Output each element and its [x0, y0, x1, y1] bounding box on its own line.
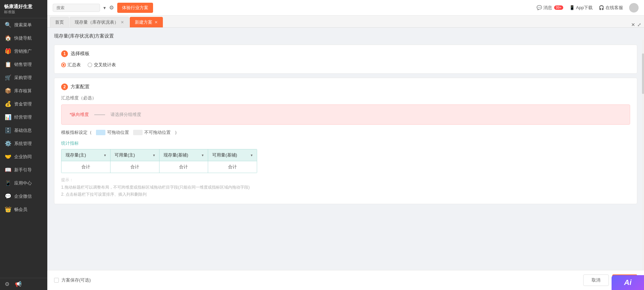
tab-close-all-icon[interactable]: ✕ [631, 22, 635, 27]
tab-home-label: 首页 [55, 19, 64, 25]
online-service-item[interactable]: 🎧 在线客服 [599, 5, 623, 11]
col-available-aux-label: 可用量(基辅) [212, 152, 237, 158]
radio-summary[interactable]: 汇总表 [61, 62, 81, 68]
message-badge: 99+ [554, 5, 563, 10]
ai-badge[interactable]: Ai [612, 275, 644, 290]
database-icon: 🗄️ [5, 127, 11, 134]
sidebar-item-new-guide[interactable]: 📖 新手引导 [0, 163, 47, 176]
radio-summary-label: 汇总表 [68, 62, 81, 68]
col-available-aux: 可用量(基辅) ▾ [208, 149, 257, 161]
cell-inventory-aux: 合计 [159, 161, 208, 173]
tab-inventory-close[interactable]: ✕ [121, 20, 124, 25]
avatar[interactable] [629, 3, 639, 13]
sales-icon: 📋 [5, 61, 11, 68]
sidebar-item-sales[interactable]: 📋 销售管理 [0, 58, 47, 71]
col-inventory-aux-label: 现存量(基辅) [164, 152, 189, 158]
col-available-main-arrow[interactable]: ▾ [153, 153, 155, 158]
dim-placeholder: 请选择分组维度 [110, 112, 141, 118]
col-inventory-main-arrow[interactable]: ▾ [104, 153, 106, 158]
indicator-row: 模板指标设定（ 可拖动位置 不可拖动位置 ） [61, 129, 630, 136]
settings-icon[interactable]: ⚙ [5, 281, 9, 287]
ai-label: Ai [624, 278, 631, 287]
radio-cross-label: 交叉统计表 [94, 62, 116, 68]
step2-section: 2 方案配置 汇总维度（必选） *纵向维度 —— 请选择分组维度 模板指标设定（… [54, 78, 637, 204]
template-radio-group: 汇总表 交叉统计表 [61, 62, 630, 68]
money-icon: 💰 [5, 101, 11, 107]
sidebar-nav: 🔍 搜索菜单 🏠 快捷导航 🎁 营销推广 📋 销售管理 🛒 采购管理 📦 库存核… [0, 18, 47, 278]
radio-cross[interactable]: 交叉统计表 [88, 62, 116, 68]
topbar-dropdown-arrow[interactable]: ▾ [103, 5, 106, 10]
tab-home[interactable]: 首页 [50, 17, 69, 27]
sidebar-item-label: 应用中心 [14, 180, 32, 186]
tab-inventory-label: 现存量（库存状况表） [75, 19, 119, 25]
sidebar-item-member[interactable]: 👑 畅会员 [0, 203, 47, 216]
page-title: 现存量(库存状况表)方案设置 [54, 33, 637, 39]
tip-item-1: 1.拖动标题栏可以调整布局，不可跨维度或指标区域拖动栏目字段(只能在同一维度或指… [61, 184, 630, 191]
stats-header: 现存量(主) ▾ 可用量(主) ▾ 现存量(基辅) ▾ 可用量(基辅) [61, 149, 257, 161]
main-area: ▾ ⚙ 体验行业方案 💬 消息 99+ 📱 App下载 🎧 在线客服 首页 [47, 0, 644, 290]
col-available-main: 可用量(主) ▾ [110, 149, 159, 161]
sidebar-item-marketing[interactable]: 🎁 营销推广 [0, 45, 47, 58]
step1-section: 1 选择模板 汇总表 交叉统计表 [54, 45, 637, 74]
sidebar-item-search-menu[interactable]: 🔍 搜索菜单 [0, 18, 47, 31]
dim-label: *纵向维度 [70, 112, 89, 118]
tabbar: 首页 现存量（库存状况表） ✕ 新建方案 ✕ ✕ ⤢ [47, 16, 644, 28]
tab-new-scheme[interactable]: 新建方案 ✕ [130, 17, 163, 27]
step2-label: 2 方案配置 [61, 83, 630, 90]
bottom-bar: 方案保存(可选) 取消 查询 [47, 270, 644, 290]
sidebar-item-label: 营销推广 [14, 48, 32, 54]
message-icon: 💬 [537, 5, 542, 10]
indicator-label: 模板指标设定（ [61, 129, 92, 136]
sidebar-item-app-center[interactable]: 📱 应用中心 [0, 176, 47, 190]
sidebar-item-operations[interactable]: 📊 经营管理 [0, 111, 47, 124]
radio-summary-circle [61, 63, 66, 67]
sidebar-item-cooperation[interactable]: 🤝 企业协同 [0, 150, 47, 163]
trial-button[interactable]: 体验行业方案 [117, 3, 153, 13]
tip-item-2: 2. 点击标题栏下拉可设置排序、插入列和删除列 [61, 191, 630, 198]
message-item[interactable]: 💬 消息 99+ [537, 5, 563, 11]
content-area: 现存量(库存状况表)方案设置 1 选择模板 汇总表 交叉统计表 2 [47, 28, 644, 270]
col-available-aux-arrow[interactable]: ▾ [251, 153, 253, 158]
sidebar-item-system[interactable]: ⚙️ 系统管理 [0, 137, 47, 150]
sidebar-item-label: 系统管理 [14, 141, 32, 147]
topbar-search-input[interactable] [53, 4, 100, 12]
col-inventory-aux-arrow[interactable]: ▾ [202, 153, 204, 158]
stats-body: 合计 合计 合计 合计 [61, 161, 257, 173]
step1-title: 选择模板 [71, 51, 90, 57]
sidebar-item-label: 经营管理 [14, 114, 32, 120]
tab-expand-icon[interactable]: ⤢ [637, 22, 641, 27]
save-checkbox[interactable] [54, 278, 59, 283]
sidebar-item-finance[interactable]: 💰 资金管理 [0, 97, 47, 111]
speaker-icon[interactable]: 📢 [15, 281, 22, 287]
step2-title: 方案配置 [71, 84, 90, 90]
movable-tag: 可拖动位置 [96, 129, 129, 136]
app-logo: 畅康通好生意 标准版 [0, 0, 47, 18]
radio-cross-circle [88, 63, 92, 67]
sidebar-item-purchase[interactable]: 🛒 采购管理 [0, 71, 47, 84]
scrollbar-thumb[interactable] [642, 53, 644, 94]
chart-icon: 📊 [5, 114, 11, 120]
sidebar-item-label: 库存核算 [14, 88, 32, 94]
sidebar-item-wechat[interactable]: 💬 企业微信 [0, 190, 47, 203]
col-available-main-label: 可用量(主) [115, 152, 135, 158]
cancel-button[interactable]: 取消 [583, 274, 609, 286]
col-inventory-aux: 现存量(基辅) ▾ [159, 149, 208, 161]
step2-badge: 2 [61, 83, 68, 90]
dimension-row[interactable]: *纵向维度 —— 请选择分组维度 [61, 104, 630, 125]
sidebar-item-label: 企业微信 [14, 193, 32, 199]
fixed-label: 不可拖动位置 [144, 129, 171, 136]
topbar-gear-icon[interactable]: ⚙ [109, 4, 114, 11]
book-icon: 📖 [5, 167, 11, 173]
mobile-icon: 📱 [5, 180, 11, 186]
tab-new-scheme-label: 新建方案 [135, 19, 152, 25]
sidebar-item-quick-nav[interactable]: 🏠 快捷导航 [0, 31, 47, 45]
cell-available-main: 合计 [110, 161, 159, 173]
sidebar: 畅康通好生意 标准版 🔍 搜索菜单 🏠 快捷导航 🎁 营销推广 📋 销售管理 🛒… [0, 0, 47, 290]
tab-new-scheme-close[interactable]: ✕ [154, 20, 158, 25]
sidebar-item-inventory[interactable]: 📦 库存核算 [0, 84, 47, 97]
app-download-item[interactable]: 📱 App下载 [569, 5, 593, 11]
sidebar-item-label: 企业协同 [14, 154, 32, 160]
stats-title: 统计指标 [61, 140, 630, 146]
sidebar-item-base-info[interactable]: 🗄️ 基础信息 [0, 124, 47, 137]
tab-inventory[interactable]: 现存量（库存状况表） ✕ [70, 17, 129, 27]
